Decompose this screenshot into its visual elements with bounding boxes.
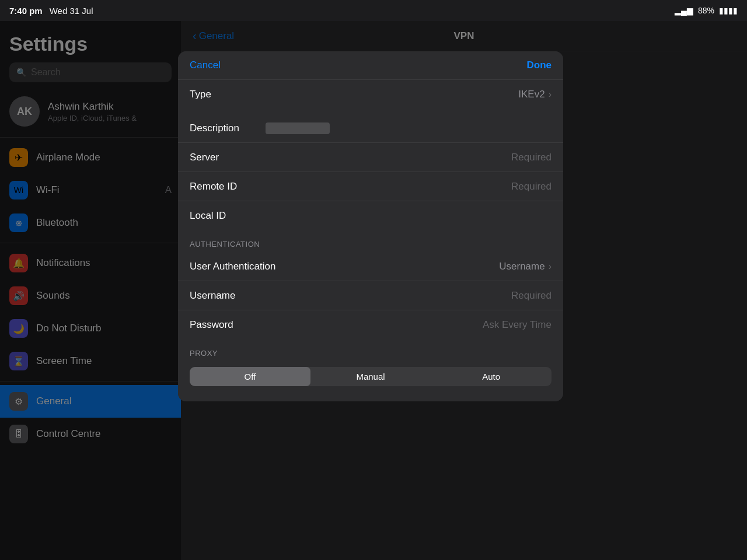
done-button[interactable]: Done <box>527 60 552 71</box>
status-date: Wed 31 Jul <box>50 6 93 16</box>
status-time: 7:40 pm <box>9 6 43 16</box>
status-bar: 7:40 pm Wed 31 Jul ▂▄▆ 88% ▮▮▮▮ <box>0 0 747 21</box>
server-placeholder: Required <box>266 152 551 163</box>
proxy-segment[interactable]: Off Manual Auto <box>190 367 551 386</box>
password-label: Password <box>190 319 266 331</box>
remote-id-row[interactable]: Remote ID Required <box>178 172 563 201</box>
proxy-manual-button[interactable]: Manual <box>310 367 431 386</box>
description-row[interactable]: Description <box>178 114 563 143</box>
username-placeholder: Required <box>266 290 551 302</box>
local-id-label: Local ID <box>190 210 266 222</box>
user-auth-value: Username › <box>499 261 551 272</box>
password-row[interactable]: Password Ask Every Time <box>178 310 563 340</box>
server-label: Server <box>190 152 266 163</box>
auth-section-header: AUTHENTICATION <box>178 233 563 252</box>
user-auth-label: User Authentication <box>190 261 275 272</box>
proxy-section-header: PROXY <box>178 342 563 361</box>
username-label: Username <box>190 290 266 302</box>
user-auth-chevron-icon: › <box>549 261 551 272</box>
battery-icon: ▮▮▮▮ <box>719 6 738 15</box>
proxy-off-button[interactable]: Off <box>190 367 310 386</box>
type-section: Type IKEv2 › <box>178 80 563 109</box>
wifi-status-icon: ▂▄▆ <box>675 6 693 15</box>
basic-fields-section: Description Server Required Remote ID Re… <box>178 114 563 230</box>
description-label: Description <box>190 123 266 134</box>
remote-id-placeholder: Required <box>266 181 551 192</box>
type-label: Type <box>190 89 266 100</box>
cancel-button[interactable]: Cancel <box>190 60 221 71</box>
description-value-blurred <box>266 123 330 134</box>
auth-section: User Authentication Username › Username … <box>178 252 563 340</box>
type-row[interactable]: Type IKEv2 › <box>178 80 563 109</box>
username-row[interactable]: Username Required <box>178 281 563 310</box>
type-chevron-icon: › <box>549 89 551 100</box>
proxy-auto-button[interactable]: Auto <box>431 367 551 386</box>
user-auth-row[interactable]: User Authentication Username › <box>178 252 563 281</box>
battery-level: 88% <box>698 6 714 15</box>
status-bar-left: 7:40 pm Wed 31 Jul <box>9 6 93 16</box>
password-placeholder: Ask Every Time <box>266 319 551 331</box>
local-id-row[interactable]: Local ID <box>178 201 563 230</box>
modal-bottom-spacer <box>178 392 563 401</box>
vpn-modal: Cancel Done Type IKEv2 › Description Ser… <box>178 51 563 401</box>
modal-header: Cancel Done <box>178 51 563 80</box>
server-row[interactable]: Server Required <box>178 143 563 172</box>
status-bar-right: ▂▄▆ 88% ▮▮▮▮ <box>675 6 738 15</box>
type-value: IKEv2 › <box>518 89 551 100</box>
remote-id-label: Remote ID <box>190 181 266 192</box>
